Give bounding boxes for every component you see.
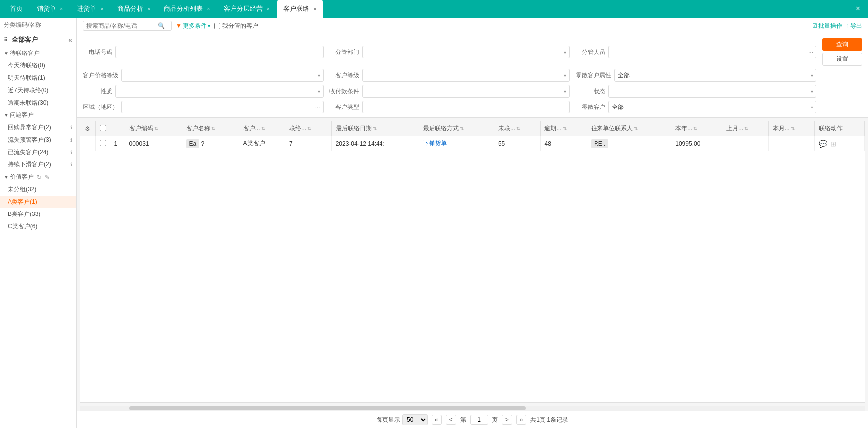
th-overdue[interactable]: 逾期...⇅ <box>541 121 587 136</box>
first-page-btn[interactable]: « <box>432 415 442 425</box>
nav-tab-home[interactable]: 首页 <box>4 0 29 18</box>
sidebar-item-churned[interactable]: 已流失客户(24) ℹ <box>0 146 76 159</box>
sidebar-item-class-c[interactable]: C类客户(6) <box>0 220 76 233</box>
th-customer-type[interactable]: 客户...⇅ <box>239 121 285 136</box>
th-contact-person[interactable]: 往来单位联系人⇅ <box>587 121 671 136</box>
export-icon: ↑ <box>846 22 849 29</box>
close-all-tabs[interactable]: × <box>852 2 864 15</box>
edit-value-icon[interactable]: ✎ <box>45 174 50 181</box>
nav-tab-customer-segment[interactable]: 客户分层经营 × <box>218 0 275 18</box>
close-tab-sales[interactable]: × <box>60 6 63 12</box>
nav-tab-product-analysis-list[interactable]: 商品分析列表 × <box>158 0 216 18</box>
filter-search-icon[interactable]: 🔍 <box>158 22 165 29</box>
sidebar-item-churn-warning[interactable]: 流失预警客户(3) ℹ <box>0 134 76 146</box>
sidebar-item-unclassified[interactable]: 未分组(32) <box>0 183 76 196</box>
my-customers-filter[interactable]: 我分管的客户 <box>214 22 258 30</box>
row-last-method[interactable]: 下销货单 <box>419 136 494 151</box>
customer-level-select[interactable]: ▾ <box>362 69 570 82</box>
advanced-filters: 电话号码 分管部门 ▾ 分管人员 ··· <box>77 34 868 118</box>
h-scrollbar[interactable] <box>80 406 865 411</box>
filter-search-input[interactable] <box>86 22 156 29</box>
th-gear[interactable]: ⚙ <box>80 121 95 136</box>
phone-input[interactable] <box>115 46 324 58</box>
bulk-action-btn[interactable]: ☑ 批量操作 <box>812 22 842 30</box>
select-all-checkbox[interactable] <box>100 125 106 131</box>
close-tab-product-analysis[interactable]: × <box>147 6 150 12</box>
payment-select[interactable]: ▾ <box>362 85 570 98</box>
row-name[interactable]: Ea ? <box>182 136 239 151</box>
info-icon-churn: ℹ <box>70 137 72 143</box>
nature-select[interactable]: ▾ <box>115 85 324 98</box>
customer-type-input[interactable] <box>362 101 570 113</box>
th-name[interactable]: 客户名称⇅ <box>182 121 239 136</box>
query-button[interactable]: 查询 <box>822 38 862 51</box>
region-input[interactable]: ··· <box>121 101 324 113</box>
filter-more-btn[interactable]: ▼ 更多条件 ▾ <box>176 22 210 30</box>
export-btn[interactable]: ↑ 导出 <box>846 22 862 30</box>
table-scroll[interactable]: ⚙ 客户编码⇅ 客户名称⇅ 客户...⇅ 联络...⇅ 最后联络日期⇅ 最后联络… <box>80 121 865 402</box>
retail-customer-select[interactable]: 全部 ▾ <box>608 101 816 113</box>
close-tab-customer-contact[interactable]: × <box>313 6 316 12</box>
refresh-value-icon[interactable]: ↻ <box>37 174 42 181</box>
th-last-month[interactable]: 上月...⇅ <box>722 121 769 136</box>
row-code: 000031 <box>125 136 182 151</box>
region-dots-icon: ··· <box>315 104 320 110</box>
setting-button[interactable]: 设置 <box>822 53 862 66</box>
sidebar-item-class-b[interactable]: B类客户(33) <box>0 208 76 220</box>
filter-customer-level: 客户等级 ▾ <box>329 69 570 82</box>
qr-icon[interactable]: ⊞ <box>830 140 836 148</box>
row-checkbox[interactable] <box>100 140 106 146</box>
row-checkbox-cell[interactable] <box>95 136 110 151</box>
section-value-customers[interactable]: ▼ 价值客户 ↻ ✎ <box>0 171 76 183</box>
my-customers-checkbox[interactable] <box>214 23 220 29</box>
nav-tab-customer-contact[interactable]: 客户联络 × <box>277 0 322 18</box>
per-page-dropdown[interactable]: 50 100 200 <box>402 414 428 425</box>
close-tab-purchase[interactable]: × <box>100 6 103 12</box>
prev-page-btn[interactable]: < <box>446 415 456 425</box>
nav-tab-purchase[interactable]: 进货单 × <box>71 0 109 18</box>
sidebar-item-today[interactable]: 今天待联络(0) <box>0 59 76 72</box>
th-checkbox[interactable] <box>95 121 110 136</box>
th-last-date[interactable]: 最后联络日期⇅ <box>331 121 419 136</box>
filter-person: 分管人员 ··· <box>576 46 816 58</box>
section-pending-contact[interactable]: ▼ 待联络客户 <box>0 47 76 59</box>
close-tab-customer-segment[interactable]: × <box>267 6 270 12</box>
retail-attr-select[interactable]: 全部 ▾ <box>614 69 816 82</box>
section-problem-customers[interactable]: ▼ 问题客户 <box>0 109 76 121</box>
sidebar-item-7days[interactable]: 近7天待联络(0) <box>0 84 76 97</box>
row-this-year: 10995.00 <box>671 136 722 151</box>
sidebar-item-repurchase-abnormal[interactable]: 回购异常客户(2) ℹ <box>0 121 76 134</box>
sort-last-month-icon: ⇅ <box>744 126 748 131</box>
price-level-select[interactable]: ▾ <box>121 69 324 82</box>
th-this-year[interactable]: 本年...⇅ <box>671 121 722 136</box>
dept-select[interactable]: ▾ <box>362 46 570 58</box>
row-gear-cell <box>80 136 95 151</box>
h-scrollbar-thumb[interactable] <box>129 406 526 410</box>
sidebar-item-tomorrow[interactable]: 明天待联络(1) <box>0 72 76 84</box>
filter-row-2: 客户价格等级 ▾ 客户等级 ▾ 零散客户属性 全部 <box>83 69 862 82</box>
last-page-btn[interactable]: » <box>516 415 527 425</box>
nav-tab-sales[interactable]: 销货单 × <box>31 0 69 18</box>
message-icon[interactable]: 💬 <box>819 140 827 148</box>
sidebar-search-input[interactable] <box>4 21 77 28</box>
person-input[interactable]: ··· <box>608 46 816 58</box>
th-code[interactable]: 客户编码⇅ <box>125 121 182 136</box>
row-customer-type: A类客户 <box>239 136 285 151</box>
page-number-input[interactable] <box>470 415 488 425</box>
next-page-btn[interactable]: > <box>502 415 512 425</box>
th-this-month[interactable]: 本月...⇅ <box>768 121 815 136</box>
nav-tab-product-analysis[interactable]: 商品分析 × <box>111 0 156 18</box>
sidebar-item-overdue[interactable]: 逾期未联络(30) <box>0 97 76 109</box>
th-uncontacted[interactable]: 未联...⇅ <box>494 121 541 136</box>
sidebar-item-class-a[interactable]: A类客户(1) <box>0 196 76 208</box>
sidebar-collapse-btn[interactable]: « <box>68 36 72 44</box>
arrow-problem-icon: ▼ <box>4 112 9 118</box>
sidebar-item-declining[interactable]: 持续下滑客户(2) ℹ <box>0 159 76 171</box>
status-select[interactable]: ▾ <box>608 85 816 98</box>
th-index <box>110 121 125 136</box>
close-tab-product-analysis-list[interactable]: × <box>207 6 210 12</box>
th-last-method[interactable]: 最后联络方式⇅ <box>419 121 494 136</box>
retail-attr-chevron-icon: ▾ <box>811 73 813 78</box>
info-icon-repurchase: ℹ <box>70 125 72 130</box>
th-contact-count[interactable]: 联络...⇅ <box>285 121 332 136</box>
